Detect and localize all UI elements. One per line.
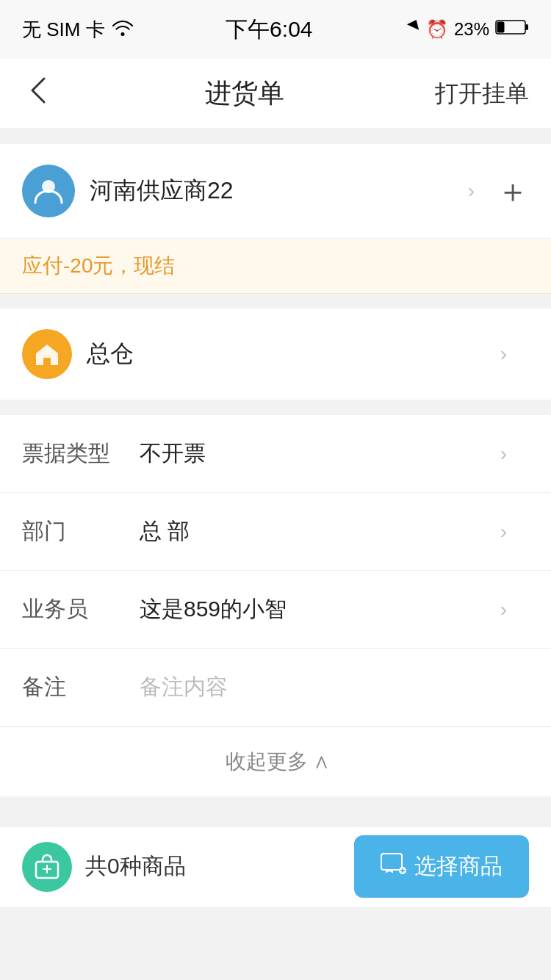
page-title: 进货单 (205, 76, 284, 112)
alarm-icon: ⏰ (426, 19, 448, 40)
notice-text: 应付-20元，现结 (22, 254, 175, 277)
goods-count: 共0种商品 (85, 851, 186, 882)
add-supplier-button[interactable]: ＋ (497, 175, 529, 207)
department-value: 总 部 (125, 516, 500, 547)
warehouse-name: 总仓 (87, 338, 500, 370)
remark-row[interactable]: 备注 备注内容 (0, 649, 551, 727)
back-button[interactable] (22, 68, 54, 119)
supplier-avatar (22, 165, 75, 217)
department-row[interactable]: 部门 总 部 › (0, 493, 551, 571)
goods-icon (22, 842, 72, 892)
wifi-icon (112, 18, 133, 41)
department-arrow-icon: › (500, 520, 507, 544)
section-gap-3 (0, 400, 551, 415)
remark-input[interactable]: 备注内容 (125, 672, 529, 702)
salesperson-arrow-icon: › (500, 598, 507, 621)
open-pending-button[interactable]: 打开挂单 (435, 78, 529, 110)
warehouse-row[interactable]: 总仓 › (0, 309, 551, 400)
salesperson-value: 这是859的小智 (125, 594, 500, 624)
supplier-arrow-icon: › (468, 179, 475, 203)
invoice-label: 票据类型 (22, 439, 125, 469)
notice-bar: 应付-20元，现结 (0, 239, 551, 294)
location-icon (406, 18, 420, 40)
status-left: 无 SIM 卡 (22, 17, 133, 43)
status-time: 下午6:04 (226, 15, 312, 45)
status-right: ⏰ 23% (406, 18, 529, 40)
invoice-row[interactable]: 票据类型 不开票 › (0, 415, 551, 493)
select-goods-label: 选择商品 (414, 851, 503, 882)
warehouse-icon (22, 329, 72, 379)
collapse-row[interactable]: 收起更多 ∧ (0, 727, 551, 796)
invoice-value: 不开票 (125, 439, 500, 469)
section-gap-1 (0, 129, 551, 144)
svg-rect-1 (525, 24, 528, 30)
select-goods-icon (381, 853, 407, 880)
warehouse-arrow-icon: › (500, 342, 507, 366)
bottom-bar: 共0种商品 选择商品 (0, 826, 551, 907)
collapse-label: 收起更多 ∧ (226, 748, 331, 776)
department-label: 部门 (22, 516, 125, 547)
status-bar: 无 SIM 卡 下午6:04 ⏰ 23% (0, 0, 551, 59)
section-gap-2 (0, 294, 551, 309)
svg-rect-2 (497, 22, 504, 33)
section-gap-4 (0, 796, 551, 811)
warehouse-section: 总仓 › (0, 309, 551, 400)
battery-icon (495, 18, 529, 40)
invoice-arrow-icon: › (500, 442, 507, 466)
nav-bar: 进货单 打开挂单 (0, 59, 551, 129)
form-section: 票据类型 不开票 › 部门 总 部 › 业务员 这是859的小智 › 备注 备注… (0, 415, 551, 796)
supplier-section: 河南供应商22 › ＋ 应付-20元，现结 (0, 144, 551, 294)
page-background (0, 907, 551, 980)
supplier-name: 河南供应商22 (90, 175, 468, 207)
salesperson-label: 业务员 (22, 594, 125, 624)
salesperson-row[interactable]: 业务员 这是859的小智 › (0, 571, 551, 649)
remark-label: 备注 (22, 672, 125, 702)
supplier-row[interactable]: 河南供应商22 › ＋ (0, 144, 551, 239)
battery-text: 23% (454, 19, 489, 40)
goods-info: 共0种商品 (22, 842, 186, 892)
carrier-text: 无 SIM 卡 (22, 17, 105, 43)
svg-rect-7 (381, 854, 402, 870)
select-goods-button[interactable]: 选择商品 (354, 835, 529, 898)
